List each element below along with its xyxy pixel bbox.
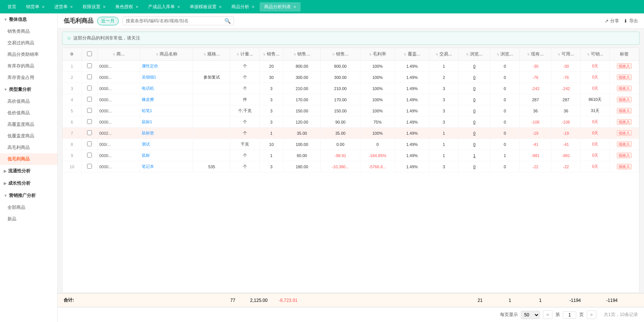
nav-close-analysis-list[interactable]: ✕ [293, 5, 296, 9]
nav-close-sales[interactable]: ✕ [42, 5, 45, 9]
cell-browse1[interactable]: 0 [458, 139, 490, 150]
nav-template-settings[interactable]: 单据模板设置 ✕ [185, 2, 226, 12]
row-checkbox[interactable] [87, 74, 92, 79]
select-all-checkbox[interactable] [87, 51, 92, 56]
col-header-stock1[interactable]: ⇅ 现有... [519, 48, 551, 61]
cell-browse1[interactable]: 1 [458, 150, 490, 161]
cell-browse1[interactable]: 0 [458, 94, 490, 105]
share-button[interactable]: ↗ 分享 [605, 18, 619, 24]
cell-check[interactable] [81, 83, 97, 94]
sidebar-item-low-gross[interactable]: 低毛利商品 [0, 153, 57, 165]
cell-check[interactable] [81, 161, 97, 172]
cell-name[interactable]: 鼠标1 [140, 117, 193, 128]
nav-role-auth[interactable]: 角色授权 ✕ [111, 2, 143, 12]
sidebar-item-traded-goods[interactable]: 交易过的商品 [0, 37, 57, 49]
sidebar-group-growth[interactable]: ▶ 成长性分析 [0, 177, 57, 189]
nav-close-purchase[interactable]: ✕ [70, 5, 73, 9]
col-header-sale-qty[interactable]: ⇅ 销售... [259, 48, 283, 61]
nav-sales-order[interactable]: 销货单 ✕ [22, 2, 49, 12]
cell-name[interactable]: 测试 [140, 139, 193, 150]
sidebar-item-all-goods[interactable]: 全部商品 [0, 202, 57, 213]
cell-check[interactable] [81, 72, 97, 83]
nav-home[interactable]: 首页 [3, 2, 21, 12]
sidebar-item-high-coverage[interactable]: 高覆盖度商品 [0, 119, 57, 130]
sidebar-item-high-value[interactable]: 高价值商品 [0, 96, 57, 107]
row-checkbox[interactable] [87, 130, 92, 135]
sidebar-item-stock-goods[interactable]: 有库存的商品 [0, 60, 57, 72]
col-header-check[interactable] [81, 48, 97, 61]
nav-product-analysis[interactable]: 商品分析 ✕ [227, 2, 259, 12]
cell-browse1[interactable]: 0 [458, 161, 490, 172]
cell-check[interactable] [81, 150, 97, 161]
nav-close-permissions[interactable]: ✕ [103, 5, 106, 9]
nav-purchase-order[interactable]: 进货单 ✕ [50, 2, 77, 12]
sidebar-group-liquidity[interactable]: ▶ 流通性分析 [0, 165, 57, 177]
cell-check[interactable] [81, 139, 97, 150]
cell-name[interactable]: 鼠标垫 [140, 128, 193, 139]
col-header-gross[interactable]: ⇅ 毛利率 [360, 48, 395, 61]
col-header-sale-price[interactable]: ⇅ 销售... [283, 48, 321, 61]
row-checkbox[interactable] [87, 97, 92, 102]
row-checkbox[interactable] [87, 164, 92, 169]
row-checkbox[interactable] [87, 153, 92, 157]
nav-product-entry[interactable]: 产成品入库单 ✕ [144, 2, 185, 12]
page-number-input[interactable] [563, 311, 576, 319]
col-header-spec[interactable]: ⇅ 规格... [193, 48, 230, 61]
cell-name[interactable]: 笔记本 [140, 161, 193, 172]
cell-check[interactable] [81, 94, 97, 105]
sidebar-item-category-rate[interactable]: 商品分类助销率 [0, 49, 57, 60]
prev-page-button[interactable]: ＜ [543, 310, 552, 319]
nav-analysis-list[interactable]: 商品分析列表 ✕ [260, 2, 301, 12]
sidebar-group-marketing[interactable]: ▼ 营销推广分析 [0, 189, 57, 202]
cell-browse1[interactable]: 0 [458, 105, 490, 117]
col-header-tag[interactable]: 标签 [610, 48, 639, 61]
col-header-name[interactable]: ⇅ 商品名称 [140, 48, 193, 61]
col-header-browse2[interactable]: ⇅ 浏览... [490, 48, 519, 61]
cell-check[interactable] [81, 105, 97, 117]
cell-browse1[interactable]: 0 [458, 117, 490, 128]
col-header-sale-amt[interactable]: ⇅ 销售... [320, 48, 360, 61]
col-header-unit[interactable]: ⇅ 计量... [230, 48, 259, 61]
sidebar-item-low-value[interactable]: 低价值商品 [0, 107, 57, 119]
sidebar-item-sales-goods[interactable]: 销售类商品 [0, 26, 57, 37]
cell-name[interactable]: 电话机 [140, 83, 193, 94]
col-header-trans[interactable]: ⇅ 交易... [429, 48, 458, 61]
cell-browse1[interactable]: 0 [458, 61, 490, 72]
cell-browse1[interactable]: 0 [458, 72, 490, 83]
cell-name[interactable]: 鼠标 [140, 150, 193, 161]
nav-permissions[interactable]: 权限设置 ✕ [78, 2, 110, 12]
col-header-code[interactable]: ⇅ 商... [97, 48, 140, 61]
search-icon[interactable]: 🔍 [224, 18, 231, 24]
sidebar-item-stock-capital[interactable]: 库存资金占用 [0, 72, 57, 83]
row-checkbox[interactable] [87, 108, 92, 113]
row-checkbox[interactable] [87, 86, 92, 90]
cell-name[interactable]: 橡皮擦 [140, 94, 193, 105]
search-box[interactable]: 🔍 [122, 16, 234, 25]
nav-close-template[interactable]: ✕ [219, 5, 222, 9]
cell-name[interactable]: 吴细细1 [140, 72, 193, 83]
cell-check[interactable] [81, 117, 97, 128]
cell-check[interactable] [81, 128, 97, 139]
sidebar-item-high-gross[interactable]: 高毛利商品 [0, 142, 57, 153]
nav-close-product-entry[interactable]: ✕ [177, 5, 180, 9]
cell-browse1[interactable]: 0 [458, 83, 490, 94]
row-checkbox[interactable] [87, 119, 92, 124]
sidebar-item-new-goods[interactable]: 新品 [0, 213, 57, 225]
col-header-stock3[interactable]: ⇅ 可销... [580, 48, 609, 61]
col-header-stock2[interactable]: ⇅ 可用... [551, 48, 580, 61]
row-checkbox[interactable] [87, 141, 92, 146]
col-header-settings[interactable]: ⚙ [63, 48, 81, 61]
cell-check[interactable] [81, 61, 97, 72]
sidebar-group-type-analysis[interactable]: ▼ 类型量分析 [0, 83, 57, 96]
export-button[interactable]: ⬇ 导出 [624, 18, 638, 24]
row-checkbox[interactable] [87, 63, 92, 68]
next-page-button[interactable]: ＞ [587, 310, 596, 319]
nav-close-analysis[interactable]: ✕ [251, 5, 254, 9]
col-header-browse1[interactable]: ⇅ 浏览... [458, 48, 490, 61]
date-filter-badge[interactable]: 近一月 [97, 17, 119, 25]
per-page-select[interactable]: 50 10 20 100 [521, 311, 540, 319]
cell-name[interactable]: 属性定价 [140, 61, 193, 72]
cell-name[interactable]: 铅笔1 [140, 105, 193, 117]
cell-browse1[interactable]: 0 [458, 128, 490, 139]
sidebar-item-low-coverage[interactable]: 低覆盖度商品 [0, 130, 57, 142]
